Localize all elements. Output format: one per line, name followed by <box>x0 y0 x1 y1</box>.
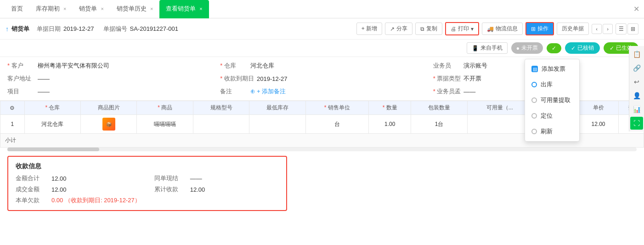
not-open-ticket-button[interactable]: ● 未开票 <box>511 42 543 54</box>
doc-actions: 📱 来自手机 ● 未开票 ✓ ✓ 已核销 ✓ 已生效 <box>0 40 644 57</box>
cell-unit-price: 12.00 <box>578 115 619 134</box>
due-date-note: （收款到期日: 2019-12-27） <box>65 197 141 204</box>
tab-sales-order[interactable]: 销货单 × <box>73 0 110 18</box>
tab-inventory-init[interactable]: 库存期初 × <box>29 0 73 18</box>
grid-view-button[interactable]: ⊞ <box>627 23 638 34</box>
cell-product-img: 📦 <box>81 115 137 134</box>
from-mobile-button[interactable]: 📱 来自手机 <box>467 42 508 54</box>
warehouse-value: 河北仓库 <box>250 62 274 70</box>
cell-sales-unit: 台 <box>305 115 368 134</box>
cell-quantity: 1.00 <box>369 115 411 134</box>
due-date-row: 收款到期日 2019-12-27 <box>220 74 424 83</box>
quantity-extract-icon <box>531 97 537 103</box>
col-spec: 规格型号 <box>193 101 249 115</box>
project-value: —— <box>38 88 50 95</box>
share-button[interactable]: ↗ 分享 <box>385 23 412 35</box>
tab-sales-history[interactable]: 销货单历史 × <box>110 0 159 18</box>
transaction-amount-label: 成交金额 <box>16 185 48 194</box>
right-icon-2[interactable]: ↩ <box>630 75 643 88</box>
dropdown-quantity-extract[interactable]: 可用量提取 <box>525 92 579 108</box>
right-icon-4[interactable]: 📊 <box>630 103 643 116</box>
main-area: ↑ 销货单 单据日期 2019-12-27 单据编号 SA-20191227-0… <box>0 18 644 245</box>
col-unit-price: 单价 <box>578 101 619 115</box>
next-arrow[interactable]: › <box>603 24 613 34</box>
check-sold-icon: ✓ <box>571 45 576 51</box>
tab-home[interactable]: 首页 <box>5 0 29 18</box>
right-icon-1[interactable]: 🔗 <box>630 62 643 74</box>
sales-staff-value: —— <box>463 88 475 95</box>
col-product-img: 商品图片 <box>81 101 137 115</box>
address-row: 客户地址 —— <box>7 74 211 83</box>
product-image: 📦 <box>102 118 115 131</box>
tab-close-history[interactable]: × <box>150 6 153 11</box>
summary-box: 收款信息 金额合计 12.00 同单现结 —— 成交金额 12.00 累计收款 … <box>7 156 287 211</box>
tab-close-inventory[interactable]: × <box>63 6 66 11</box>
doc-number-label: 单据编号 <box>103 25 127 33</box>
dropdown-outbound[interactable]: 出库 <box>525 77 579 92</box>
warehouse-label: 仓库 <box>220 62 248 70</box>
print-dropdown-icon: ▾ <box>471 26 474 32</box>
dropdown-add-invoice[interactable]: ▤ 添加发票 <box>525 61 579 77</box>
same-order-label: 同单现结 <box>154 174 186 182</box>
check-icon-button[interactable]: ✓ <box>547 43 561 53</box>
ticket-type-value: 不开票 <box>463 74 481 83</box>
transaction-amount-row: 成交金额 12.00 <box>16 185 141 194</box>
view-toggle: ☰ ⊞ <box>616 23 638 34</box>
customer-value: 柳州粤港平安气体有限公司 <box>38 62 109 70</box>
sales-staff-label: 业务员孟 <box>433 87 461 96</box>
sold-button[interactable]: ✓ 已核销 <box>565 42 600 54</box>
customer-label: 客户 <box>7 62 35 70</box>
cumulative-receipt-label: 累计收款 <box>154 185 186 194</box>
sales-order-icon: ↑ <box>6 25 9 33</box>
cell-warehouse: 河北仓库 <box>24 115 80 134</box>
copy-button[interactable]: ⧉ 复制 <box>415 23 442 35</box>
operations-button[interactable]: ⊞ 操作 <box>525 22 554 35</box>
dropdown-locate[interactable]: 定位 <box>525 108 579 124</box>
doc-number-item: 单据编号 SA-20191227-001 <box>103 25 179 33</box>
right-side-icons: 📋 🔗 ↩ 👤 📊 ⛶ <box>629 46 644 131</box>
share-icon: ↗ <box>390 26 395 32</box>
cell-available <box>467 115 532 134</box>
history-button[interactable]: 历史单据 <box>557 23 589 35</box>
tab-bar-close-button[interactable]: ✕ <box>633 5 639 13</box>
due-date-label: 收款到期日 <box>220 74 254 83</box>
total-amount-value: 12.00 <box>51 175 67 182</box>
add-note-icon: ⊕ <box>250 88 255 95</box>
right-icon-0[interactable]: 📋 <box>630 48 643 61</box>
customer-row: 客户 柳州粤港平安气体有限公司 <box>7 62 211 70</box>
mobile-icon: 📱 <box>472 45 479 51</box>
cumulative-receipt-value: 12.00 <box>190 186 205 193</box>
tab-close-sales[interactable]: × <box>101 6 103 11</box>
col-warehouse: 仓库 <box>24 101 80 115</box>
logistics-button[interactable]: 🚚 物流信息 <box>482 23 523 35</box>
dropdown-refresh[interactable]: 刷新 <box>525 124 579 139</box>
project-row: 项目 —— <box>7 87 211 96</box>
total-amount-label: 金额合计 <box>16 174 48 182</box>
right-icon-5[interactable]: ⛶ <box>630 117 643 130</box>
tab-close-view-sales[interactable]: × <box>199 6 202 11</box>
warehouse-row: 仓库 河北仓库 <box>220 62 424 70</box>
this-order-owed-row: 本单欠款 0.00 （收款到期日: 2019-12-27） <box>16 196 141 205</box>
project-label: 项目 <box>7 87 35 96</box>
col-product: 商品 <box>137 101 193 115</box>
col-quantity: 数量 <box>369 101 411 115</box>
transaction-amount-value: 12.00 <box>51 186 67 193</box>
right-icon-3[interactable]: 👤 <box>630 89 643 102</box>
tab-bar: 首页 库存期初 × 销货单 × 销货单历史 × 查看销货单 × ✕ <box>0 0 644 18</box>
doc-type-label: 销货单 <box>11 25 29 33</box>
this-order-owed-label: 本单欠款 <box>16 196 48 205</box>
prev-arrow[interactable]: ‹ <box>592 24 602 34</box>
add-note-link[interactable]: ⊕ + 添加备注 <box>250 87 286 96</box>
doc-number-value: SA-20191227-001 <box>130 25 179 32</box>
print-button[interactable]: 🖨 打印 ▾ <box>445 22 479 35</box>
list-view-button[interactable]: ☰ <box>616 23 627 34</box>
operations-icon: ⊞ <box>531 26 536 32</box>
col-settings[interactable]: ⚙ <box>0 101 25 115</box>
horizontal-scrollbar[interactable] <box>7 148 637 151</box>
refresh-icon <box>531 129 537 134</box>
tab-view-sales[interactable]: 查看销货单 × <box>159 0 209 18</box>
new-button[interactable]: + 新增 <box>356 23 382 35</box>
scroll-thumb <box>7 148 99 151</box>
staff-value: 演示账号 <box>463 62 487 70</box>
doc-header: ↑ 销货单 单据日期 2019-12-27 单据编号 SA-20191227-0… <box>0 18 644 40</box>
